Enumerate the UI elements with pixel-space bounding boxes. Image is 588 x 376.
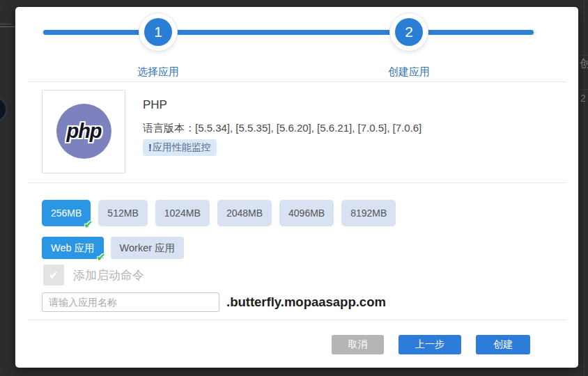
memory-option-512mb[interactable]: 512MB [98, 200, 147, 226]
memory-options-row: 256MB ✔ 512MB 1024MB 2048MB 4096MB 8192M… [42, 200, 396, 226]
app-type-label: Worker 应用 [120, 242, 176, 255]
check-icon: ✔ [96, 251, 105, 264]
app-name-input[interactable] [42, 292, 219, 312]
background-table-border [584, 0, 585, 376]
exclamation-icon: ! [148, 142, 152, 153]
step-1-halo: 1 [139, 13, 178, 52]
startup-command-row: ✔ 添加启动命令 [43, 265, 144, 285]
startup-command-checkbox[interactable]: ✔ [43, 265, 64, 285]
footer-divider [28, 320, 566, 320]
memory-option-1024mb[interactable]: 1024MB [155, 200, 210, 226]
memory-option-label: 256MB [51, 207, 82, 219]
screen-overlay: 创 2 1 2 选择应用 创建应用 php PHP 语言版本：[5.5.34],… [0, 0, 588, 376]
app-type-label: Web 应用 [51, 242, 95, 255]
performance-monitor-label: 应用性能监控 [153, 141, 211, 154]
startup-command-label: 添加启动命令 [73, 267, 144, 283]
domain-suffix-text: .butterfly.mopaasapp.com [226, 295, 386, 310]
step-2-label: 创建应用 [367, 65, 451, 79]
memory-option-label: 8192MB [350, 207, 387, 219]
versions-list: [5.5.34], [5.5.35], [5.6.20], [5.6.21], … [195, 122, 421, 134]
cancel-button[interactable]: 取消 [332, 335, 384, 354]
app-type-option-web[interactable]: Web 应用 ✔ [42, 237, 104, 259]
background-avatar-circle [0, 96, 8, 123]
app-name-row: .butterfly.mopaasapp.com [42, 292, 386, 312]
background-text-fragment: 创 [580, 57, 588, 70]
check-icon: ✔ [84, 218, 93, 231]
memory-option-2048mb[interactable]: 2048MB [217, 200, 272, 226]
step-2-halo: 2 [389, 13, 428, 52]
app-type-option-worker[interactable]: Worker 应用 [111, 237, 185, 259]
memory-option-label: 4096MB [288, 207, 325, 219]
previous-step-button[interactable]: 上一步 [399, 335, 461, 354]
php-logo-icon: php [56, 104, 111, 159]
step-1-label: 选择应用 [116, 65, 200, 79]
step-1-circle[interactable]: 1 [144, 18, 172, 46]
memory-option-256mb[interactable]: 256MB ✔ [42, 200, 91, 226]
versions-label: 语言版本： [143, 122, 195, 134]
memory-option-label: 1024MB [164, 207, 201, 219]
memory-option-4096mb[interactable]: 4096MB [279, 200, 334, 226]
background-row-divider [578, 55, 588, 56]
selected-app-card: php [42, 90, 125, 173]
background-text-fragment: 2 [580, 93, 586, 104]
performance-monitor-badge: ! 应用性能监控 [143, 139, 217, 156]
memory-option-label: 512MB [107, 207, 138, 219]
create-button[interactable]: 创建 [476, 335, 530, 354]
memory-option-label: 2048MB [226, 207, 263, 219]
section-divider [28, 182, 566, 183]
step-2-circle[interactable]: 2 [395, 18, 423, 46]
stepper-progress-bar [43, 30, 534, 35]
app-name-heading: PHP [143, 98, 167, 112]
app-versions-text: 语言版本：[5.5.34], [5.5.35], [5.6.20], [5.6.… [143, 122, 421, 135]
create-app-dialog: 1 2 选择应用 创建应用 php PHP 语言版本：[5.5.34], [5.… [15, 7, 578, 368]
stepper-divider [28, 81, 566, 82]
app-type-options-row: Web 应用 ✔ Worker 应用 [42, 237, 184, 259]
memory-option-8192mb[interactable]: 8192MB [341, 200, 396, 226]
checkbox-check-icon: ✔ [49, 268, 59, 283]
footer-buttons: 取消 上一步 创建 [332, 335, 530, 354]
background-row-divider [578, 89, 588, 90]
